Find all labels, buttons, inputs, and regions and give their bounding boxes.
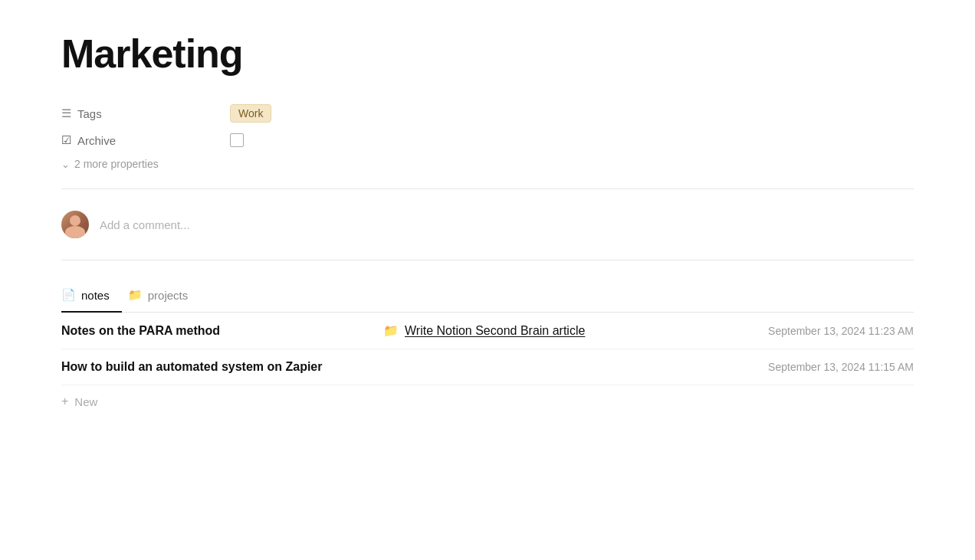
divider-1 bbox=[61, 188, 914, 189]
note-date-2: September 13, 2024 11:15 AM bbox=[768, 361, 914, 373]
comment-input[interactable]: Add a comment... bbox=[100, 218, 190, 231]
note-date-1: September 13, 2024 11:23 AM bbox=[768, 325, 914, 337]
archive-value[interactable] bbox=[230, 133, 244, 147]
tab-notes[interactable]: 📄 notes bbox=[61, 282, 122, 313]
work-tag-badge[interactable]: Work bbox=[230, 104, 271, 123]
table-row: How to build an automated system on Zapi… bbox=[61, 349, 914, 385]
notes-tab-label: notes bbox=[81, 289, 110, 302]
table-row: Notes on the PARA method 📁 Write Notion … bbox=[61, 313, 914, 349]
checkbox-icon: ☑ bbox=[61, 133, 71, 147]
tags-label: ☰ Tags bbox=[61, 106, 230, 120]
chevron-down-icon: ⌄ bbox=[61, 159, 70, 170]
tabs-section: 📄 notes 📁 projects Notes on the PARA met… bbox=[61, 282, 914, 408]
archive-checkbox[interactable] bbox=[230, 133, 244, 147]
comment-section: Add a comment... bbox=[61, 205, 914, 244]
tabs-header: 📄 notes 📁 projects bbox=[61, 282, 914, 313]
notes-list: Notes on the PARA method 📁 Write Notion … bbox=[61, 313, 914, 408]
page-title: Marketing bbox=[61, 31, 914, 77]
projects-tab-icon: 📁 bbox=[128, 288, 143, 302]
projects-tab-label: projects bbox=[148, 289, 189, 302]
properties-section: ☰ Tags Work ☑ Archive ⌄ 2 more propertie… bbox=[61, 104, 914, 170]
archive-label: ☑ Archive bbox=[61, 133, 230, 147]
note-title-1[interactable]: Notes on the PARA method bbox=[61, 324, 383, 338]
plus-icon: + bbox=[61, 395, 68, 408]
tags-label-text: Tags bbox=[77, 107, 102, 120]
archive-property-row: ☑ Archive bbox=[61, 133, 914, 147]
note-project-1: 📁 Write Notion Second Brain article bbox=[383, 323, 768, 338]
tab-projects[interactable]: 📁 projects bbox=[128, 282, 201, 313]
tags-value[interactable]: Work bbox=[230, 104, 271, 123]
archive-label-text: Archive bbox=[77, 134, 116, 147]
new-row[interactable]: + New bbox=[61, 385, 914, 408]
note-project-link-1[interactable]: Write Notion Second Brain article bbox=[405, 324, 585, 338]
notes-tab-icon: 📄 bbox=[61, 288, 76, 302]
tags-property-row: ☰ Tags Work bbox=[61, 104, 914, 123]
new-button-label[interactable]: New bbox=[74, 395, 97, 408]
list-icon: ☰ bbox=[61, 106, 71, 120]
more-properties-toggle[interactable]: ⌄ 2 more properties bbox=[61, 158, 914, 170]
note-title-2[interactable]: How to build an automated system on Zapi… bbox=[61, 360, 383, 374]
avatar bbox=[61, 211, 89, 238]
more-properties-label: 2 more properties bbox=[74, 158, 159, 170]
divider-2 bbox=[61, 260, 914, 260]
folder-icon: 📁 bbox=[383, 323, 399, 338]
